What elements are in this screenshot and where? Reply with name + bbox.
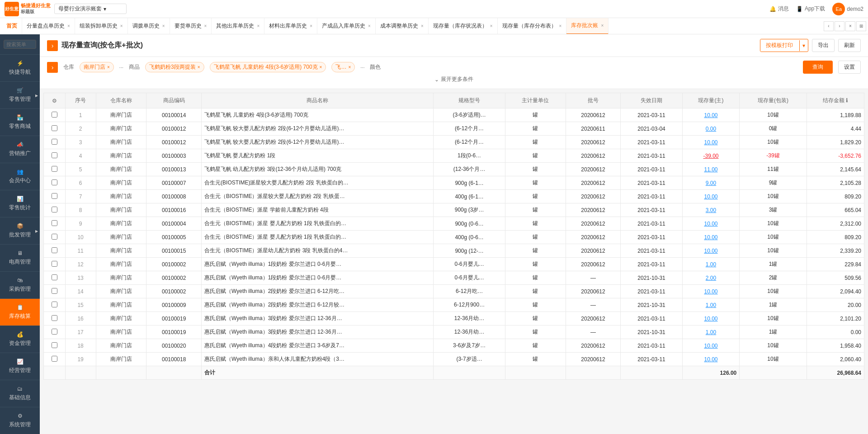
sidebar-item-system[interactable]: ⚙ 系统管理: [0, 407, 40, 434]
row-checkbox[interactable]: [52, 152, 57, 158]
query-button[interactable]: 查询: [803, 61, 833, 74]
row-stock-main[interactable]: -39.00: [682, 149, 740, 163]
tab-close-all[interactable]: ×: [845, 21, 855, 31]
row-stock-main[interactable]: 9.00: [682, 176, 740, 190]
tab-home[interactable]: 首页: [2, 18, 22, 34]
messages-button[interactable]: 🔔 消息: [769, 5, 789, 13]
export-button[interactable]: 导出: [812, 39, 835, 52]
close-icon[interactable]: ×: [368, 24, 371, 28]
row-checkbox[interactable]: [52, 193, 57, 199]
row-checkbox[interactable]: [52, 261, 57, 267]
tab-split-inventory[interactable]: 分量盘点单历史 ×: [22, 18, 75, 34]
warehouse-more[interactable]: ···: [119, 65, 123, 70]
stock-main-link[interactable]: 10.00: [704, 193, 717, 200]
row-stock-main[interactable]: 0.00: [682, 122, 740, 136]
row-checkbox[interactable]: [52, 315, 57, 321]
stock-main-link[interactable]: 10.00: [704, 112, 717, 118]
row-checkbox-cell[interactable]: [44, 298, 66, 312]
row-checkbox-cell[interactable]: [44, 285, 66, 298]
row-checkbox[interactable]: [52, 220, 57, 226]
row-checkbox-cell[interactable]: [44, 258, 66, 271]
row-checkbox[interactable]: [52, 179, 57, 185]
stock-main-link[interactable]: 10.00: [704, 234, 717, 241]
row-stock-main[interactable]: 10.00: [682, 190, 740, 203]
row-stock-main[interactable]: 10.00: [682, 285, 740, 298]
close-icon[interactable]: ×: [601, 23, 604, 28]
close-icon[interactable]: ×: [421, 24, 424, 28]
row-checkbox-cell[interactable]: [44, 163, 66, 176]
row-checkbox[interactable]: [52, 302, 57, 307]
user-profile[interactable]: Ea demo2: [832, 3, 863, 15]
row-stock-main[interactable]: 10.00: [682, 136, 740, 149]
sidebar-item-marketing[interactable]: 📣 营销推广: [0, 136, 40, 163]
product-filter-tag-3[interactable]: 飞… ×: [331, 62, 355, 72]
sidebar-item-retail-stats[interactable]: 📊 零售统计: [0, 190, 40, 217]
tab-product-in[interactable]: 产成品入库单历史 ×: [317, 18, 376, 34]
search-input[interactable]: [4, 40, 36, 49]
row-checkbox[interactable]: [52, 166, 57, 172]
product-more[interactable]: ···: [360, 65, 364, 70]
remove-warehouse-tag-icon[interactable]: ×: [107, 65, 110, 70]
expand-sidebar-button[interactable]: ›: [47, 40, 58, 51]
row-checkbox-cell[interactable]: [44, 203, 66, 217]
row-checkbox[interactable]: [52, 356, 57, 362]
stock-main-link[interactable]: 10.00: [704, 316, 717, 322]
row-checkbox[interactable]: [52, 207, 57, 212]
row-stock-main[interactable]: 3.00: [682, 203, 740, 217]
close-icon[interactable]: ×: [204, 24, 207, 28]
tab-expand[interactable]: ⊞: [856, 21, 866, 31]
stock-main-link[interactable]: 1.00: [706, 261, 716, 268]
row-checkbox-cell[interactable]: [44, 122, 66, 136]
stock-main-link[interactable]: 10.00: [704, 139, 717, 146]
row-checkbox[interactable]: [52, 274, 57, 280]
sidebar-item-ecommerce[interactable]: 🖥 电商管理: [0, 245, 40, 272]
stock-main-link[interactable]: 0.00: [706, 126, 716, 132]
close-icon[interactable]: ×: [490, 24, 493, 28]
row-stock-main[interactable]: 1.00: [682, 298, 740, 312]
product-filter-tag-1[interactable]: 飞鹤奶粉3段两提装 ×: [145, 62, 204, 72]
row-checkbox-cell[interactable]: [44, 339, 66, 353]
row-checkbox-cell[interactable]: [44, 244, 66, 258]
tab-pick[interactable]: 调拨单历史 ×: [128, 18, 170, 34]
row-checkbox-cell[interactable]: [44, 353, 66, 366]
stock-main-link[interactable]: 10.00: [704, 343, 717, 349]
sidebar-item-inventory[interactable]: 📋 库存核算: [0, 299, 40, 326]
print-dropdown-button[interactable]: ▾: [799, 40, 808, 51]
row-checkbox[interactable]: [52, 288, 57, 294]
row-checkbox[interactable]: [52, 342, 57, 348]
app-download-button[interactable]: 📱 App下载: [796, 5, 825, 13]
refresh-button[interactable]: 刷新: [838, 39, 861, 52]
row-checkbox-cell[interactable]: [44, 231, 66, 244]
stock-main-link[interactable]: 1.00: [706, 329, 716, 335]
sidebar-item-wholesale[interactable]: 📦 批发管理 ▶: [0, 217, 40, 245]
row-stock-main[interactable]: 1.00: [682, 258, 740, 271]
row-stock-main[interactable]: 10.00: [682, 353, 740, 366]
row-checkbox-cell[interactable]: [44, 326, 66, 339]
close-icon[interactable]: ×: [120, 24, 123, 28]
stock-main-link[interactable]: 1.00: [706, 302, 716, 308]
expand-more-conditions[interactable]: ⌄ 展开更多条件: [47, 74, 861, 85]
row-checkbox-cell[interactable]: [44, 312, 66, 326]
warehouse-filter-tag[interactable]: 南岸门店 ×: [80, 62, 114, 72]
remove-product-tag-1-icon[interactable]: ×: [198, 65, 200, 70]
row-checkbox-cell[interactable]: [44, 149, 66, 163]
row-stock-main[interactable]: 11.00: [682, 163, 740, 176]
row-checkbox-cell[interactable]: [44, 271, 66, 285]
sidebar-item-retail-mall[interactable]: 🏪 零售商城: [0, 109, 40, 136]
close-icon[interactable]: ×: [67, 24, 70, 28]
row-checkbox-cell[interactable]: [44, 217, 66, 231]
row-checkbox[interactable]: [52, 247, 57, 253]
tab-next-arrow[interactable]: ›: [835, 21, 844, 31]
tab-inventory-dist[interactable]: 现存量（库存分布表） ×: [498, 18, 567, 34]
product-filter-tag-2[interactable]: 飞鹤星飞帆 儿童奶粉 4段(3-6岁适用) 700克 ×: [210, 62, 326, 72]
row-stock-main[interactable]: 2.00: [682, 271, 740, 285]
row-checkbox-cell[interactable]: [44, 190, 66, 203]
row-stock-main[interactable]: 1.00: [682, 326, 740, 339]
row-checkbox-cell[interactable]: [44, 176, 66, 190]
stock-main-link[interactable]: 10.00: [704, 356, 717, 363]
stock-main-link[interactable]: 10.00: [704, 221, 717, 227]
row-stock-main[interactable]: 10.00: [682, 339, 740, 353]
col-settings[interactable]: ⚙: [44, 93, 66, 108]
sidebar-item-purchase[interactable]: 🛍 采购管理: [0, 272, 40, 299]
row-stock-main[interactable]: 10.00: [682, 217, 740, 231]
